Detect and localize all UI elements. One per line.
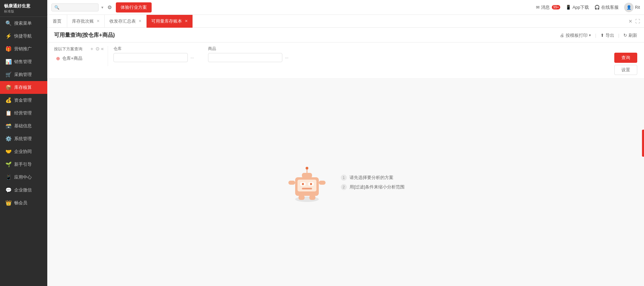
app-download-item[interactable]: 📱 App下载: [566, 4, 589, 10]
sidebar-item-sales[interactable]: 📊 销售管理: [0, 55, 47, 68]
search-input[interactable]: [61, 5, 91, 10]
sidebar-item-label: 新手引导: [14, 161, 32, 167]
avatar: 👤: [624, 3, 634, 12]
gift-icon: 🎁: [5, 46, 11, 52]
query-button[interactable]: 查询: [614, 53, 637, 63]
scheme-title: 按以下方案查询: [54, 46, 82, 52]
money-icon: 💰: [5, 97, 11, 103]
topbar-gear-icon[interactable]: ⚙: [106, 4, 113, 10]
tab-close-icon[interactable]: ✕: [138, 19, 141, 23]
message-icon: ✉: [536, 5, 540, 10]
sidebar-item-label: 库存核算: [14, 84, 32, 90]
tab-available-ledger[interactable]: 可用量库存账本 ✕: [147, 15, 193, 28]
sidebar-item-business[interactable]: 📋 经营管理: [0, 107, 47, 120]
svg-rect-7: [302, 188, 312, 189]
svg-rect-14: [309, 195, 315, 200]
filter-fields: 仓库 ··· 商品 ···: [113, 46, 609, 62]
robot-svg: [287, 162, 327, 203]
message-badge: 99+: [552, 5, 560, 9]
plant-icon: 🌱: [5, 161, 11, 167]
sidebar-item-wechat[interactable]: 💬 企业微信: [0, 184, 47, 197]
export-action[interactable]: ⬆ 导出: [600, 32, 614, 38]
sidebar-item-label: 搜索菜单: [14, 20, 32, 26]
sidebar-item-label: 企业协同: [14, 149, 32, 155]
tab-receipt-summary[interactable]: 收发存汇总表 ✕: [105, 15, 147, 28]
sidebar-item-vip[interactable]: 👑 畅会员: [0, 197, 47, 209]
svg-point-10: [306, 167, 308, 170]
goods-label: 商品: [208, 46, 296, 52]
refresh-action[interactable]: ↻ 刷新: [623, 32, 637, 38]
tab-home[interactable]: 首页: [47, 15, 67, 28]
goods-input-row: ···: [208, 53, 296, 62]
username: Rit: [635, 5, 640, 10]
warehouse-more-btn[interactable]: ···: [189, 54, 195, 61]
settings-button[interactable]: 设置: [614, 65, 637, 75]
print-dropdown-icon[interactable]: ▾: [589, 33, 591, 37]
app-title: 畅康通好生意: [4, 3, 43, 9]
query-buttons: 查询 设置: [614, 46, 637, 75]
user-item[interactable]: 👤 Rit: [624, 3, 640, 12]
database-icon: 🗃️: [5, 123, 11, 129]
empty-tip-1: 1 请先选择要分析的方案: [341, 175, 405, 181]
add-scheme-icon[interactable]: ＋: [89, 46, 94, 52]
goods-more-btn[interactable]: ···: [284, 54, 290, 61]
tab-close-icon[interactable]: ✕: [185, 19, 188, 23]
sidebar-item-marketing[interactable]: 🎁 营销推广: [0, 43, 47, 55]
sidebar-item-label: 系统管理: [14, 136, 32, 142]
scroll-indicator[interactable]: [642, 130, 644, 157]
goods-input[interactable]: [208, 53, 282, 62]
sidebar-item-basic[interactable]: 🗃️ 基础信息: [0, 120, 47, 132]
main-area: 🔍 ▾ ⚙ 体验行业方案 ✉ 消息 99+ 📱 App下载 🎧 在线客服 👤 R…: [47, 0, 644, 286]
empty-tip-2: 2 用[过滤]条件来缩小分析范围: [341, 184, 405, 190]
settings-scheme-icon[interactable]: ⊙: [96, 46, 100, 52]
sidebar-item-apps[interactable]: 📱 应用中心: [0, 171, 47, 184]
chat-icon: 💬: [5, 187, 11, 193]
sidebar-item-search[interactable]: 🔍 搜索菜单: [0, 17, 47, 30]
sidebar-item-label: 企业微信: [14, 187, 32, 193]
export-icon: ⬆: [600, 33, 604, 38]
tip-num-1: 1: [341, 175, 347, 181]
print-icon: 🖨: [560, 33, 564, 38]
sidebar-item-system[interactable]: ⚙️ 系统管理: [0, 132, 47, 145]
sidebar-item-label: 经营管理: [14, 110, 32, 116]
tab-batch-account[interactable]: 库存批次账 ✕: [67, 15, 105, 28]
collapse-scheme-icon[interactable]: «: [101, 46, 104, 52]
sidebar-item-shortcut[interactable]: ⚡ 快捷导航: [0, 30, 47, 43]
trial-button[interactable]: 体验行业方案: [116, 2, 152, 12]
topbar-search-box[interactable]: 🔍: [51, 3, 99, 11]
tabbar-controls: ✕ ⛶: [624, 19, 644, 24]
online-service-item[interactable]: 🎧 在线客服: [594, 4, 619, 10]
sidebar-logo: 畅康通好生意 标准版: [0, 0, 47, 17]
svg-point-5: [302, 183, 304, 185]
svg-rect-8: [302, 173, 312, 178]
svg-rect-12: [319, 181, 326, 185]
inventory-icon: 📦: [5, 84, 11, 90]
tab-label: 可用量库存账本: [151, 18, 182, 24]
topbar-dropdown-icon[interactable]: ▾: [101, 5, 103, 10]
topbar-search-icon: 🔍: [54, 5, 59, 10]
tabbar: 首页 库存批次账 ✕ 收发存汇总表 ✕ 可用量库存账本 ✕ ✕ ⛶: [47, 15, 644, 28]
sidebar-item-inventory[interactable]: 📦 库存核算: [0, 81, 47, 94]
sidebar-item-finance[interactable]: 💰 资金管理: [0, 94, 47, 107]
scheme-actions: ＋ ⊙ «: [89, 46, 104, 52]
sidebar-item-label: 基础信息: [14, 123, 32, 129]
tab-close-icon[interactable]: ✕: [97, 19, 100, 23]
sidebar-item-label: 营销推广: [14, 46, 32, 52]
page-header: 可用量查询(按仓库+商品) 🖨 按模板打印 ▾ | ⬆ 导出 | ↻ 刷新: [47, 28, 644, 43]
crown-icon: 👑: [5, 200, 11, 206]
svg-rect-2: [298, 180, 316, 191]
message-item[interactable]: ✉ 消息 99+: [536, 4, 560, 10]
sidebar-item-label: 资金管理: [14, 97, 32, 103]
maximize-icon[interactable]: ⛶: [635, 19, 640, 24]
sidebar-item-enterprise[interactable]: 🤝 企业协同: [0, 145, 47, 158]
tab-label: 库存批次账: [72, 18, 94, 24]
online-service-label: 在线客服: [601, 4, 619, 10]
warehouse-input[interactable]: [113, 53, 188, 62]
scheme-item-warehouse-goods[interactable]: ⊕ 仓库+商品: [54, 54, 104, 63]
warehouse-field: 仓库 ···: [113, 46, 201, 62]
close-window-icon[interactable]: ✕: [628, 19, 633, 24]
print-action[interactable]: 🖨 按模板打印 ▾: [560, 32, 591, 38]
sidebar-item-purchase[interactable]: 🛒 采购管理: [0, 68, 47, 81]
sidebar-item-newbie[interactable]: 🌱 新手引导: [0, 158, 47, 171]
scheme-panel: 按以下方案查询 ＋ ⊙ « ⊕ 仓库+商品: [54, 46, 108, 66]
